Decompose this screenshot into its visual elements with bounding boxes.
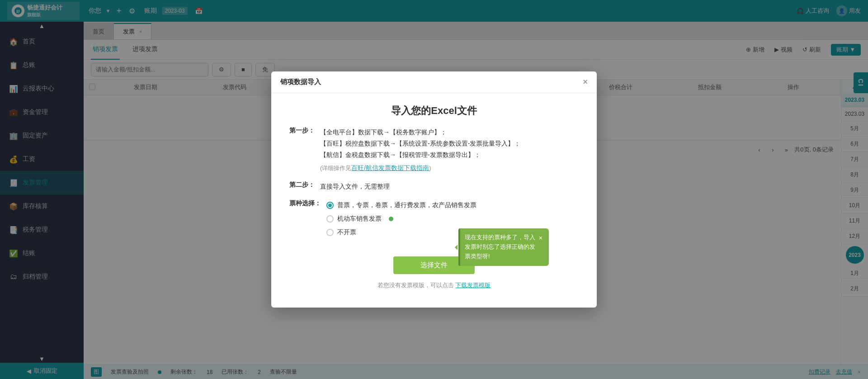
step1: 第一步： 【全电平台】数据下载→【税务数字账户】； 【百旺】税控盘数据下载→【系… (289, 127, 579, 174)
radio-vehicle[interactable]: 机动车销售发票 × 现在支持的票种多了，导入发票时别忘了选择正确的发票类型呀! (326, 215, 476, 223)
download-template-link[interactable]: 下载发票模版 (455, 282, 491, 289)
modal-overlay: 销项数据导入 × 导入您的Excel文件 第一步： 【全电平台】数据下载→【税务… (0, 0, 868, 379)
step2-content: 直接导入文件，无需整理 (320, 181, 390, 192)
radio-vehicle-label: 机动车销售发票 (337, 215, 382, 223)
step1-line3: 【航信】金税盘数据下载→【报税管理-发票数据导出】； (320, 149, 520, 161)
modal: 销项数据导入 × 导入您的Excel文件 第一步： 【全电平台】数据下载→【税务… (271, 71, 597, 308)
radio-group: 普票，专票，卷票，通行费发票，农产品销售发票 机动车销售发票 × 现在支持的票种… (326, 201, 476, 237)
radio-section: 票种选择： 普票，专票，卷票，通行费发票，农产品销售发票 机动车销售发票 (289, 199, 579, 238)
modal-title: 销项数据导入 (280, 78, 321, 86)
tooltip-box: × 现在支持的票种多了，导入发票时别忘了选择正确的发票类型呀! (458, 228, 549, 265)
step1-label: 第一步： (289, 127, 315, 174)
tooltip-content: 现在支持的票种多了，导入发票时别忘了选择正确的发票类型呀! (465, 234, 535, 260)
radio-normal-label: 普票，专票，卷票，通行费发票，农产品销售发票 (337, 201, 476, 209)
radio-none[interactable]: 不开票 (326, 228, 476, 237)
radio-none-circle (326, 229, 334, 236)
footer-prefix: 若您没有发票模版，可以点击 (377, 282, 454, 289)
radio-none-label: 不开票 (337, 228, 356, 237)
tooltip-close-btn[interactable]: × (539, 233, 542, 243)
step2: 第二步： 直接导入文件，无需整理 (289, 181, 579, 192)
step1-hint-suffix: ) (429, 165, 431, 171)
tooltip-bar (458, 228, 460, 265)
radio-label: 票种选择： (289, 199, 321, 208)
step2-label: 第二步： (289, 181, 315, 192)
radio-vehicle-circle (326, 215, 334, 223)
radio-normal[interactable]: 普票，专票，卷票，通行费发票，农产品销售发票 (326, 201, 476, 209)
radio-normal-circle (326, 202, 334, 209)
step1-content: 【全电平台】数据下载→【税务数字账户】； 【百旺】税控盘数据下载→【系统设置-系… (320, 127, 520, 174)
modal-close-button[interactable]: × (583, 77, 588, 87)
modal-body: 第一步： 【全电平台】数据下载→【税务数字账户】； 【百旺】税控盘数据下载→【系… (271, 127, 597, 248)
step1-line2: 【百旺】税控盘数据下载→【系统设置-系统参数设置-发票批量导入】； (320, 138, 520, 149)
modal-main-title: 导入您的Excel文件 (271, 93, 597, 127)
step1-hint-prefix: (详细操作见 (320, 165, 351, 171)
step1-hint: (详细操作见百旺/航信发票数据下载指南) (320, 162, 520, 174)
tooltip-dot (389, 217, 393, 221)
step1-line1: 【全电平台】数据下载→【税务数字账户】； (320, 127, 520, 138)
step1-guide-link[interactable]: 百旺/航信发票数据下载指南 (351, 164, 429, 171)
modal-footer: 若您没有发票模版，可以点击 下载发票模版 (271, 274, 597, 289)
modal-header: 销项数据导入 × (271, 71, 597, 93)
